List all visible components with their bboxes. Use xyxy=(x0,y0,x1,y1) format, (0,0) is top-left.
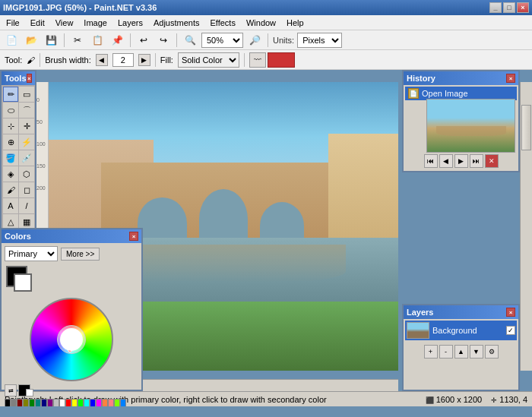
copy-button[interactable]: 📋 xyxy=(89,32,106,49)
layer-name: Background xyxy=(432,326,503,335)
blend-normal-btn[interactable]: 〰 xyxy=(249,52,266,68)
redo-button[interactable]: ↪ xyxy=(155,32,172,49)
palette-color-blue[interactable] xyxy=(90,399,96,406)
paste-button[interactable]: 📌 xyxy=(109,32,125,49)
palette-color-silver[interactable] xyxy=(53,399,59,406)
history-panel-close[interactable]: × xyxy=(506,74,515,83)
save-button[interactable]: 💾 xyxy=(43,32,59,49)
menu-layers[interactable]: Layers xyxy=(113,17,147,29)
open-button[interactable]: 📂 xyxy=(23,32,40,49)
menu-window[interactable]: Window xyxy=(242,17,280,29)
color-wheel[interactable] xyxy=(30,298,113,381)
toolbar-separator-3 xyxy=(176,33,177,47)
tool-select-rect[interactable]: ▭ xyxy=(19,87,34,102)
tool-line[interactable]: / xyxy=(19,198,34,213)
cut-button[interactable]: ✂ xyxy=(69,32,86,49)
menu-adjustments[interactable]: Adjustments xyxy=(149,17,204,29)
layers-delete-btn[interactable]: - xyxy=(439,345,453,359)
layers-panel-close[interactable]: × xyxy=(506,308,515,317)
history-back-btn[interactable]: ⏮ xyxy=(424,154,438,168)
color-extra-controls: ⇄ xyxy=(2,383,141,398)
history-next-btn[interactable]: ▶ xyxy=(454,154,468,168)
secondary-color-swatch[interactable] xyxy=(14,273,32,292)
palette-color-chartreuse[interactable] xyxy=(114,399,120,406)
tool-magic-wand[interactable]: ⚡ xyxy=(19,134,34,150)
history-prev-btn[interactable]: ◀ xyxy=(439,154,453,168)
palette-color-red[interactable] xyxy=(65,399,71,406)
maximize-button[interactable]: □ xyxy=(503,2,515,13)
layer-visibility-checkbox[interactable]: ✓ xyxy=(506,326,515,335)
new-button[interactable]: 📄 xyxy=(3,32,20,49)
menu-effects[interactable]: Effects xyxy=(206,17,240,29)
tool-eraser[interactable]: ◻ xyxy=(19,182,34,197)
tool-color-picker[interactable]: 💉 xyxy=(19,150,34,166)
colors-more-button[interactable]: More >> xyxy=(61,248,100,261)
zoom-in-button[interactable]: 🔎 xyxy=(246,32,263,49)
palette-color-yellow[interactable] xyxy=(71,399,78,406)
menu-help[interactable]: Help xyxy=(282,17,309,29)
zoom-select[interactable]: 50%100%200% xyxy=(201,33,243,48)
colors-panel-close[interactable]: × xyxy=(129,232,138,241)
palette-color-green[interactable] xyxy=(29,399,35,406)
layers-properties-btn[interactable]: ⚙ xyxy=(485,345,499,359)
blend-mode-group: 〰 xyxy=(249,52,295,68)
layers-navigation: + - ▲ ▼ ⚙ xyxy=(404,342,518,362)
scrollbar-v-thumb[interactable] xyxy=(521,105,531,150)
layers-add-btn[interactable]: + xyxy=(424,345,438,359)
palette-color-lime[interactable] xyxy=(78,399,84,406)
tool-gradient[interactable]: ▦ xyxy=(19,214,34,229)
color-mode-select[interactable]: PrimarySecondary xyxy=(5,246,58,261)
undo-button[interactable]: ↩ xyxy=(135,32,152,49)
tool-zoom[interactable]: ⊕ xyxy=(3,134,18,150)
palette-color-navy[interactable] xyxy=(41,399,47,406)
palette-color-black[interactable] xyxy=(5,399,11,406)
palette-color-orange[interactable] xyxy=(102,399,108,406)
history-delete-btn[interactable]: ✕ xyxy=(485,154,499,168)
history-forward-btn[interactable]: ⏭ xyxy=(470,154,483,168)
palette-color-white[interactable] xyxy=(59,399,65,406)
color-swatches-container xyxy=(6,266,38,295)
zoom-out-button[interactable]: 🔍 xyxy=(182,32,198,49)
history-panel: History × 📄 Open Image ⏮ ◀ ▶ ⏭ ✕ xyxy=(402,70,520,172)
menu-image[interactable]: Image xyxy=(79,17,112,29)
menu-edit[interactable]: Edit xyxy=(26,17,49,29)
layers-up-btn[interactable]: ▲ xyxy=(454,345,468,359)
fill-select[interactable]: Solid ColorGradientTransparent xyxy=(178,52,239,68)
tool-move[interactable]: ✛ xyxy=(19,118,34,134)
palette-color-teal[interactable] xyxy=(35,399,41,406)
tool-paintbrush[interactable]: 🖌 xyxy=(3,182,18,197)
close-window-button[interactable]: × xyxy=(517,2,529,13)
tool-move-selection[interactable]: ⊹ xyxy=(3,118,18,134)
tool-clone[interactable]: ◈ xyxy=(3,166,18,182)
layers-down-btn[interactable]: ▼ xyxy=(470,345,483,359)
tool-text[interactable]: A xyxy=(3,198,18,213)
layer-item[interactable]: Background ✓ xyxy=(405,321,517,340)
palette-color-cyan[interactable] xyxy=(84,399,90,406)
minimize-button[interactable]: _ xyxy=(489,2,502,13)
brush-width-input[interactable] xyxy=(112,53,134,67)
palette-color-gray[interactable] xyxy=(11,399,17,406)
brush-width-increase[interactable]: ▶ xyxy=(138,54,150,66)
title-bar: IMGP1091.JPG (50%) - Paint.NET v3.36 _ □… xyxy=(0,0,532,15)
palette-color-azure[interactable] xyxy=(120,399,126,406)
tool-select-ellipse[interactable]: ⬭ xyxy=(3,103,18,118)
menu-file[interactable]: File xyxy=(2,17,24,29)
tool-pencil[interactable]: ✏ xyxy=(3,87,18,102)
brush-width-decrease[interactable]: ◀ xyxy=(96,54,108,66)
palette-color-pink[interactable] xyxy=(108,399,114,406)
tool-recolor[interactable]: ⬡ xyxy=(19,166,34,182)
tools-panel-close[interactable]: × xyxy=(27,74,32,83)
color-swap-btn[interactable]: ⇄ xyxy=(5,384,17,396)
palette-color-magenta[interactable] xyxy=(96,399,102,406)
menu-view[interactable]: View xyxy=(51,17,78,29)
tool-paint-bucket[interactable]: 🪣 xyxy=(3,150,18,166)
window-title: IMGP1091.JPG (50%) - Paint.NET v3.36 xyxy=(3,3,157,12)
palette-color-purple[interactable] xyxy=(47,399,53,406)
tool-lasso[interactable]: ⌒ xyxy=(19,103,34,118)
tool-shapes[interactable]: △ xyxy=(3,214,18,229)
palette-color-olive[interactable] xyxy=(23,399,29,406)
scrollbar-vertical[interactable] xyxy=(520,82,532,371)
units-select[interactable]: PixelsInchescm xyxy=(297,33,342,48)
history-thumb-bridge xyxy=(436,126,506,137)
palette-color-maroon[interactable] xyxy=(17,399,23,406)
